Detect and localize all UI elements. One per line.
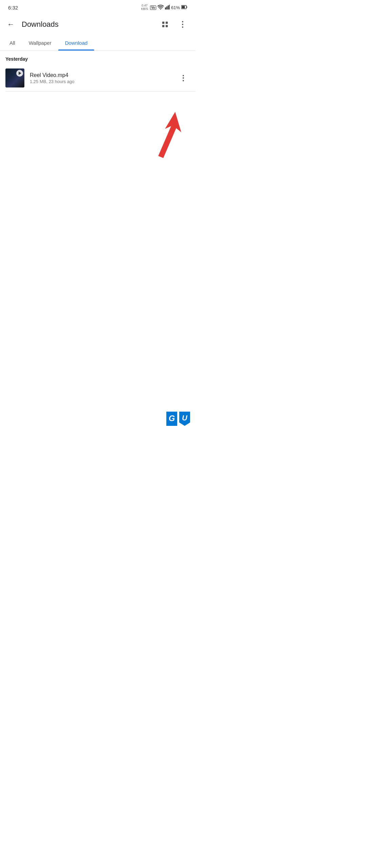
app-bar-right: [158, 17, 190, 32]
watermark: G U: [166, 410, 190, 427]
watermark-box: G U: [166, 410, 190, 427]
svg-rect-10: [166, 25, 168, 27]
red-arrow-annotation: [121, 105, 189, 173]
app-bar: ← Downloads: [0, 14, 196, 35]
svg-rect-1: [166, 6, 167, 9]
svg-rect-7: [162, 22, 164, 24]
svg-rect-5: [187, 6, 187, 8]
battery-icon: [181, 5, 187, 10]
svg-rect-6: [182, 6, 185, 8]
back-button[interactable]: ←: [3, 16, 19, 33]
back-arrow-icon: ←: [7, 20, 15, 29]
svg-marker-11: [158, 112, 181, 158]
tab-all[interactable]: All: [3, 35, 22, 51]
svg-text:G: G: [169, 414, 175, 423]
svg-rect-3: [169, 5, 170, 9]
file-thumbnail: [5, 68, 24, 87]
play-icon-overlay: [16, 70, 23, 77]
status-bar: 6:32 0.47 KB/S Vo 61%: [0, 0, 196, 14]
file-item[interactable]: Reel Video.mp4 1.25 MB, 23 hours ago: [0, 64, 196, 92]
status-icons: 0.47 KB/S Vo 61%: [141, 4, 187, 11]
app-bar-more-button[interactable]: [175, 17, 190, 32]
file-more-dots-icon: [183, 75, 184, 81]
svg-text:U: U: [182, 414, 188, 422]
tab-wallpaper[interactable]: Wallpaper: [22, 35, 58, 51]
more-dots-icon: [182, 21, 183, 28]
gadgets-to-use-logo: G U: [166, 411, 190, 427]
battery-percent: 61%: [171, 5, 180, 10]
tab-download[interactable]: Download: [58, 35, 95, 51]
network-speed: 0.47 KB/S: [141, 4, 148, 11]
file-meta: 1.25 MB, 23 hours ago: [30, 79, 171, 84]
play-triangle-icon: [19, 72, 21, 75]
svg-rect-9: [162, 25, 164, 27]
file-more-button[interactable]: [177, 71, 190, 85]
page-title: Downloads: [22, 20, 59, 29]
grid-icon: [161, 21, 169, 28]
wifi-icon: [158, 5, 164, 10]
app-bar-left: ← Downloads: [3, 16, 59, 33]
section-header-yesterday: Yesterday: [0, 51, 196, 64]
vowifi-icon: Vo: [150, 5, 156, 10]
signal-icon: [165, 5, 170, 10]
grid-view-button[interactable]: [158, 17, 172, 32]
file-info: Reel Video.mp4 1.25 MB, 23 hours ago: [30, 72, 171, 84]
svg-rect-0: [165, 7, 166, 9]
svg-rect-2: [168, 5, 169, 9]
tabs-container: All Wallpaper Download: [0, 35, 196, 51]
status-time: 6:32: [8, 5, 18, 11]
file-name: Reel Video.mp4: [30, 72, 171, 78]
svg-rect-8: [166, 22, 168, 24]
